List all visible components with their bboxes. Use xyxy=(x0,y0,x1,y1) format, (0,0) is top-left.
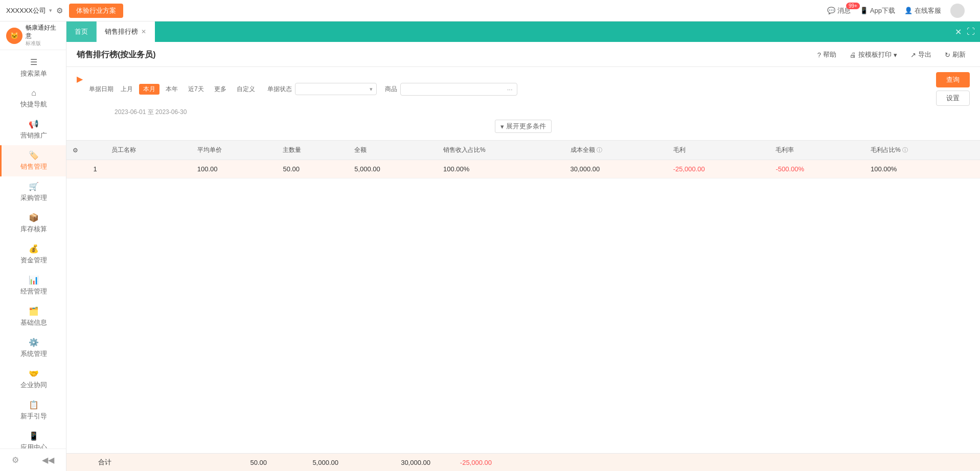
sidebar-item-guide[interactable]: 📋 新手引导 xyxy=(0,395,66,426)
sidebar-label: 资金管理 xyxy=(20,256,47,265)
sidebar: 🐱 畅康通好生意 标准版 ☰ 搜索菜单 ⌂ 快捷导航 📢 营销推广 🏷️ xyxy=(0,21,66,471)
col-name: 员工名称 xyxy=(105,141,191,160)
app-download-button[interactable]: 📱 App下载 xyxy=(860,6,895,15)
message-button[interactable]: 💬 消息 99+ xyxy=(827,6,851,15)
sales-icon: 🏷️ xyxy=(29,150,39,160)
date-tab-more[interactable]: 更多 xyxy=(210,84,231,95)
query-button[interactable]: 查询 xyxy=(936,72,970,87)
goods-more-icon[interactable]: ··· xyxy=(507,85,513,93)
row-gross-pct: 100.00% xyxy=(864,160,980,178)
online-service-button[interactable]: 👤 在线客服 xyxy=(904,6,941,15)
col-rank xyxy=(85,141,105,160)
sidebar-logo: 🐱 畅康通好生意 标准版 xyxy=(0,21,66,50)
date-tab-this-month[interactable]: 本月 xyxy=(139,84,159,95)
settings-button[interactable]: 设置 xyxy=(936,91,970,106)
col-cost: 成本全额 ⓘ xyxy=(564,141,667,160)
sidebar-nav: ☰ 搜索菜单 ⌂ 快捷导航 📢 营销推广 🏷️ 销售管理 🛒 采购管理 📦 xyxy=(0,50,66,448)
status-select-wrapper xyxy=(295,83,377,95)
sidebar-item-operations[interactable]: 📊 经营管理 xyxy=(0,270,66,301)
gross-pct-info-icon: ⓘ xyxy=(902,147,908,153)
col-qty: 主数量 xyxy=(277,141,348,160)
sidebar-item-sales[interactable]: 🏷️ 销售管理 xyxy=(0,145,66,176)
sidebar-settings-icon[interactable]: ⚙ xyxy=(10,453,21,467)
table-header-row: ⚙ 员工名称 平均单价 主数量 全额 销售收入占比% 成本全额 ⓘ 毛利 毛利率… xyxy=(66,141,980,160)
refresh-icon: ↻ xyxy=(945,51,950,59)
sidebar-item-purchase[interactable]: 🛒 采购管理 xyxy=(0,176,66,208)
tab-close-icon[interactable]: ✕ xyxy=(141,28,146,35)
sidebar-item-finance[interactable]: 💰 资金管理 xyxy=(0,239,66,270)
tab-sales-rank[interactable]: 销售排行榜 ✕ xyxy=(97,21,155,42)
sidebar-item-collab[interactable]: 🤝 企业协同 xyxy=(0,364,66,395)
main-layout: 🐱 畅康通好生意 标准版 ☰ 搜索菜单 ⌂ 快捷导航 📢 营销推广 🏷️ xyxy=(0,21,980,471)
sidebar-collapse-icon[interactable]: ◀◀ xyxy=(40,453,56,467)
settings-icon[interactable]: ⚙ xyxy=(56,6,63,15)
company-selector[interactable]: XXXXXX公司 ▾ xyxy=(6,6,52,15)
filter-action-buttons: 查询 设置 xyxy=(936,72,970,106)
tab-home[interactable]: 首页 xyxy=(66,21,97,42)
footer-gross: -25,000.00 xyxy=(430,459,492,466)
row-rank: 1 xyxy=(85,160,105,178)
tab-bar: 首页 销售排行榜 ✕ ✕ ⛶ xyxy=(66,21,980,42)
refresh-button[interactable]: ↻ 刷新 xyxy=(941,48,970,61)
system-icon: ⚙️ xyxy=(29,338,39,347)
sidebar-item-search[interactable]: ☰ 搜索菜单 xyxy=(0,52,66,83)
content-area: 首页 销售排行榜 ✕ ✕ ⛶ 销售排行榜(按业务员) ? 帮助 xyxy=(66,21,980,471)
col-settings[interactable]: ⚙ xyxy=(66,141,85,160)
row-gross: -25,000.00 xyxy=(667,160,770,178)
logo-sub: 标准版 xyxy=(26,40,60,47)
date-tab-this-year[interactable]: 本年 xyxy=(162,84,182,95)
date-tab-custom[interactable]: 自定义 xyxy=(233,84,259,95)
close-window-icon[interactable]: ✕ xyxy=(955,27,962,37)
date-label: 单据日期 xyxy=(89,85,113,94)
sidebar-label: 新手引导 xyxy=(20,412,47,421)
sidebar-label: 快捷导航 xyxy=(20,100,47,109)
row-name xyxy=(105,160,191,178)
date-tab-7days[interactable]: 近7天 xyxy=(184,84,208,95)
sidebar-item-inventory[interactable]: 📦 库存核算 xyxy=(0,208,66,239)
sidebar-item-appcenter[interactable]: 📱 应用中心 xyxy=(0,426,66,448)
chevron-down-icon: ▾ xyxy=(500,123,504,130)
date-tab-last-month[interactable]: 上月 xyxy=(117,84,137,95)
page-header: 销售排行榜(按业务员) ? 帮助 🖨 按模板打印 ▾ ↗ xyxy=(66,42,980,67)
top-bar: XXXXXX公司 ▾ ⚙ 体验行业方案 💬 消息 99+ 📱 App下载 👤 在… xyxy=(0,0,980,21)
sidebar-item-system[interactable]: ⚙️ 系统管理 xyxy=(0,332,66,364)
goods-input-wrapper: ··· xyxy=(400,83,517,96)
trial-button[interactable]: 体验行业方案 xyxy=(69,4,123,18)
data-table: ⚙ 员工名称 平均单价 主数量 全额 销售收入占比% 成本全额 ⓘ 毛利 毛利率… xyxy=(66,141,980,178)
status-select[interactable] xyxy=(295,83,377,95)
appcenter-icon: 📱 xyxy=(29,431,39,441)
message-icon: 💬 xyxy=(827,7,835,14)
sidebar-item-marketing[interactable]: 📢 营销推广 xyxy=(0,114,66,145)
collab-icon: 🤝 xyxy=(29,369,39,378)
sidebar-item-basicinfo[interactable]: 🗂️ 基础信息 xyxy=(0,301,66,332)
search-menu-icon: ☰ xyxy=(30,57,37,67)
status-filter: 单据状态 xyxy=(267,83,377,95)
help-button[interactable]: ? 帮助 xyxy=(813,48,840,61)
sidebar-label: 搜索菜单 xyxy=(20,69,47,78)
table-footer: 合计 50.00 5,000.00 30,000.00 -25,000.00 xyxy=(66,453,980,471)
row-amount: 5,000.00 xyxy=(348,160,437,178)
row-gross-rate: -500.00% xyxy=(769,160,864,178)
sidebar-label: 企业协同 xyxy=(20,380,47,390)
logo-text: 畅康通好生意 xyxy=(26,24,60,40)
filter-expand-arrow[interactable]: ▶ xyxy=(77,74,83,84)
service-icon: 👤 xyxy=(904,7,913,14)
date-range-text: 2023-06-01 至 2023-06-30 xyxy=(115,108,187,116)
avatar[interactable] xyxy=(950,4,965,18)
export-button[interactable]: ↗ 导出 xyxy=(906,48,936,61)
page-actions: ? 帮助 🖨 按模板打印 ▾ ↗ 导出 ↻ xyxy=(813,48,970,61)
restore-window-icon[interactable]: ⛶ xyxy=(967,27,975,36)
marketing-icon: 📢 xyxy=(29,119,39,129)
top-bar-right: 💬 消息 99+ 📱 App下载 👤 在线客服 xyxy=(827,4,974,18)
home-icon: ⌂ xyxy=(31,88,36,98)
footer-amount: 5,000.00 xyxy=(267,459,338,466)
col-amount: 全额 xyxy=(348,141,437,160)
expand-conditions-button[interactable]: ▾ 展开更多条件 xyxy=(495,120,552,133)
sidebar-label: 经营管理 xyxy=(20,287,47,296)
sidebar-label: 营销推广 xyxy=(20,131,47,140)
goods-input[interactable] xyxy=(405,85,507,93)
template-print-button[interactable]: 🖨 按模板打印 ▾ xyxy=(846,48,901,61)
sidebar-item-quick-nav[interactable]: ⌂ 快捷导航 xyxy=(0,83,66,114)
row-settings xyxy=(66,160,85,178)
footer-cost: 30,000.00 xyxy=(338,459,430,466)
